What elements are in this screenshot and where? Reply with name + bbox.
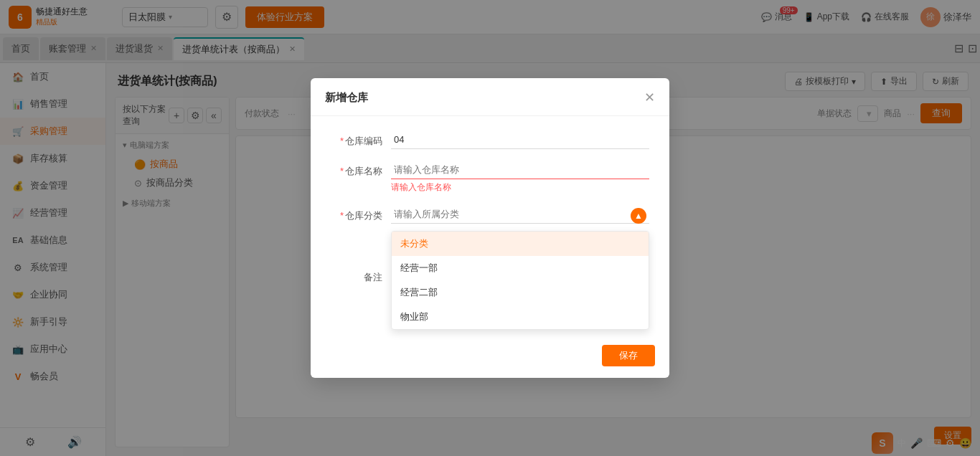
- category-label: *仓库分类: [331, 205, 382, 222]
- form-row-category: *仓库分类 ▲ 未分类 经营一部 经营二部 物业部: [331, 205, 649, 224]
- form-row-code: *仓库编码: [331, 130, 649, 149]
- notes-label: 备注: [331, 267, 382, 284]
- modal-overlay: 新增仓库 ✕ *仓库编码 *仓库名称 请输入仓库名称: [0, 0, 980, 456]
- category-input[interactable]: [391, 205, 649, 224]
- category-option-ops2[interactable]: 经营二部: [392, 280, 649, 305]
- name-error-message: 请输入仓库名称: [391, 181, 649, 194]
- name-label: *仓库名称: [331, 161, 382, 178]
- dialog-body: *仓库编码 *仓库名称 请输入仓库名称 *仓库分类: [311, 116, 669, 338]
- code-input[interactable]: [391, 130, 649, 149]
- add-warehouse-dialog: 新增仓库 ✕ *仓库编码 *仓库名称 请输入仓库名称: [311, 78, 669, 378]
- name-input-wrap: 请输入仓库名称: [391, 161, 649, 194]
- form-row-name: *仓库名称 请输入仓库名称: [331, 161, 649, 194]
- name-input[interactable]: [391, 161, 649, 179]
- dialog-footer: 保存: [311, 338, 669, 378]
- category-dropdown: 未分类 经营一部 经营二部 物业部: [391, 231, 649, 330]
- code-input-wrap: [391, 130, 649, 149]
- category-option-unclassified[interactable]: 未分类: [392, 232, 649, 256]
- save-button[interactable]: 保存: [602, 345, 655, 366]
- category-input-wrap: ▲ 未分类 经营一部 经营二部 物业部: [391, 205, 649, 224]
- code-label: *仓库编码: [331, 130, 382, 148]
- dialog-close-button[interactable]: ✕: [644, 90, 655, 105]
- category-option-property[interactable]: 物业部: [392, 305, 649, 329]
- category-dropdown-toggle[interactable]: ▲: [631, 208, 646, 224]
- dialog-header: 新增仓库 ✕: [311, 78, 669, 116]
- dialog-title: 新增仓库: [325, 91, 368, 105]
- category-option-ops1[interactable]: 经营一部: [392, 256, 649, 280]
